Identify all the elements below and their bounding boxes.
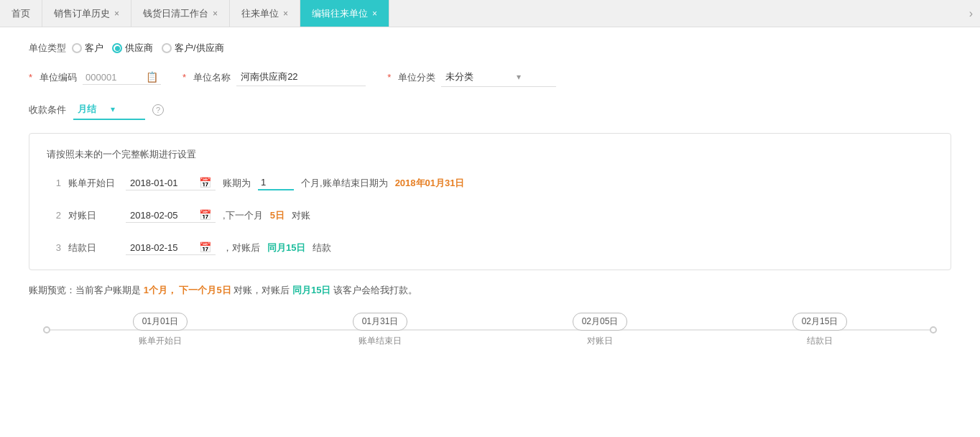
radio-customer[interactable]: 客户 xyxy=(72,42,103,55)
unit-name-label: 单位名称 xyxy=(193,71,231,84)
preview-period: 1个月， xyxy=(144,285,177,295)
payment-condition-select[interactable]: 月结 ▾ xyxy=(73,100,145,120)
step-2-label: 对账日 xyxy=(68,209,119,222)
timeline-item-4: 02月15日 结款日 xyxy=(792,313,848,347)
tab-edit-partner-close[interactable]: × xyxy=(372,9,377,19)
unit-category-arrow: ▾ xyxy=(517,72,521,82)
tab-home-label: 首页 xyxy=(11,7,30,20)
unit-code-label: 单位编码 xyxy=(40,71,77,84)
unit-name-field: * 单位名称 xyxy=(182,69,366,86)
tab-partner-close[interactable]: × xyxy=(283,9,288,19)
step-2-highlight: 5日 xyxy=(270,209,285,222)
step-1-label: 账单开始日 xyxy=(68,177,119,190)
unit-category-label: 单位分类 xyxy=(398,71,435,84)
unit-code-icon[interactable]: 📋 xyxy=(146,71,158,83)
timeline-item-3: 02月05日 对账日 xyxy=(573,313,628,347)
radio-supplier[interactable]: 供应商 xyxy=(112,42,153,55)
radio-customer-circle xyxy=(72,43,82,53)
timeline-label-3: 对账日 xyxy=(587,335,613,347)
step-2-cal-icon[interactable]: 📅 xyxy=(199,209,211,221)
step-2-suffix-before: ,下一个月 xyxy=(223,209,263,222)
timeline-badge-4: 02月15日 xyxy=(792,313,848,331)
timeline-item-1: 01月01日 账单开始日 xyxy=(133,313,188,347)
help-icon[interactable]: ? xyxy=(152,104,164,116)
preview-prefix: 账期预览：当前客户账期是 xyxy=(29,285,141,295)
unit-type-label: 单位类型 xyxy=(29,42,66,55)
step-3-date-input[interactable] xyxy=(130,242,195,253)
timeline-start-dot xyxy=(43,326,50,334)
radio-customer-supplier-circle xyxy=(162,43,172,53)
step-3-suffix-after: 结款 xyxy=(313,242,331,254)
tab-partner-label: 往来单位 xyxy=(241,7,279,20)
unit-category-required: * xyxy=(387,72,391,83)
tab-sales-history[interactable]: 销售订单历史 × xyxy=(42,0,131,27)
step-2-row: 2 对账日 📅 ,下一个月 5日 对账 xyxy=(47,208,933,223)
radio-supplier-circle xyxy=(112,43,122,53)
payment-condition-label: 收款条件 xyxy=(29,104,66,116)
step-3-cal-icon[interactable]: 📅 xyxy=(199,242,211,253)
timeline-badge-1: 01月01日 xyxy=(133,313,188,331)
step-1-cal-icon[interactable]: 📅 xyxy=(199,177,211,188)
unit-code-required: * xyxy=(29,72,32,83)
timeline-label-4: 结款日 xyxy=(807,335,833,347)
tab-home[interactable]: 首页 xyxy=(0,0,42,27)
step-3-highlight: 同月15日 xyxy=(267,242,305,254)
tab-edit-partner-label: 编辑往来单位 xyxy=(312,7,368,20)
preview-suffix: 该客户会给我打款。 xyxy=(333,285,417,295)
step-1-end-date: 2018年01月31日 xyxy=(395,177,465,190)
unit-type-row: 单位类型 客户 供应商 客户/供应商 xyxy=(29,42,951,55)
main-content: 单位类型 客户 供应商 客户/供应商 * 单位编码 xyxy=(0,27,980,437)
unit-type-field: 单位类型 客户 供应商 客户/供应商 xyxy=(29,42,224,55)
timeline-label-1: 账单开始日 xyxy=(139,335,182,347)
settings-card: 请按照未来的一个完整帐期进行设置 1 账单开始日 📅 账期为 个月,账单结束日期… xyxy=(29,133,951,270)
unit-category-select[interactable]: 未分类 ▾ xyxy=(441,68,556,87)
timeline-badge-3: 02月05日 xyxy=(573,313,628,331)
step-1-date-wrap: 📅 xyxy=(126,175,216,190)
tab-cash-work-close[interactable]: × xyxy=(213,9,218,19)
step-3-row: 3 结款日 📅 ，对账后 同月15日 结款 xyxy=(47,240,933,255)
tab-partner[interactable]: 往来单位 × xyxy=(230,0,300,27)
payment-condition-value: 月结 xyxy=(78,103,96,116)
preview-end: 同月15日 xyxy=(292,285,330,295)
step-3-label: 结款日 xyxy=(68,242,119,254)
radio-customer-supplier[interactable]: 客户/供应商 xyxy=(162,42,224,55)
preview-section: 账期预览：当前客户账期是 1个月， 下一个月5日 对账，对账后 同月15日 该客… xyxy=(29,282,951,298)
timeline-item-2: 01月31日 账单结束日 xyxy=(353,313,408,347)
tab-sales-history-label: 销售订单历史 xyxy=(54,7,110,20)
step-1-suffix-middle: 个月,账单结束日期为 xyxy=(301,177,388,190)
unit-name-required: * xyxy=(182,72,186,83)
unit-code-input[interactable] xyxy=(85,72,143,83)
step-1-date-input[interactable] xyxy=(130,178,195,188)
unit-code-field: * 单位编码 📋 xyxy=(29,70,161,85)
tab-edit-partner[interactable]: 编辑往来单位 × xyxy=(300,0,389,27)
radio-supplier-label: 供应商 xyxy=(125,42,153,55)
unit-info-row: * 单位编码 📋 * 单位名称 * 单位分类 未分类 ▾ xyxy=(29,68,951,87)
step-1-period-input[interactable] xyxy=(258,175,294,190)
unit-category-value: 未分类 xyxy=(445,70,473,83)
step-2-suffix-after: 对账 xyxy=(292,209,310,222)
timeline-label-2: 账单结束日 xyxy=(359,335,402,347)
step-3-suffix-before: ，对账后 xyxy=(223,242,260,254)
step-3-num: 3 xyxy=(47,242,61,253)
preview-middle: 下一个月5日 xyxy=(179,285,231,295)
step-1-row: 1 账单开始日 📅 账期为 个月,账单结束日期为 2018年01月31日 xyxy=(47,175,933,190)
timeline-end-dot xyxy=(930,326,937,334)
radio-customer-supplier-label: 客户/供应商 xyxy=(175,42,224,55)
step-2-date-input[interactable] xyxy=(130,210,195,221)
unit-name-input[interactable] xyxy=(236,69,366,86)
step-1-num: 1 xyxy=(47,178,61,188)
unit-code-input-wrap: 📋 xyxy=(83,70,161,85)
step-2-date-wrap: 📅 xyxy=(126,208,216,223)
preview-middle2: 对账，对账后 xyxy=(234,285,290,295)
tab-cash-work[interactable]: 钱货日清工作台 × xyxy=(131,0,230,27)
step-2-num: 2 xyxy=(47,210,61,221)
step-3-date-wrap: 📅 xyxy=(126,240,216,255)
unit-category-field: * 单位分类 未分类 ▾ xyxy=(387,68,556,87)
timeline-container: 01月01日 账单开始日 01月31日 账单结束日 02月05日 对账日 02月… xyxy=(43,313,937,347)
payment-condition-row: 收款条件 月结 ▾ ? xyxy=(29,100,951,120)
card-title: 请按照未来的一个完整帐期进行设置 xyxy=(47,148,933,161)
tab-sales-history-close[interactable]: × xyxy=(114,9,119,19)
step-1-suffix-before: 账期为 xyxy=(223,177,251,190)
tab-scroll-right[interactable]: › xyxy=(962,0,980,27)
timeline-items: 01月01日 账单开始日 01月31日 账单结束日 02月05日 对账日 02月… xyxy=(50,313,930,347)
